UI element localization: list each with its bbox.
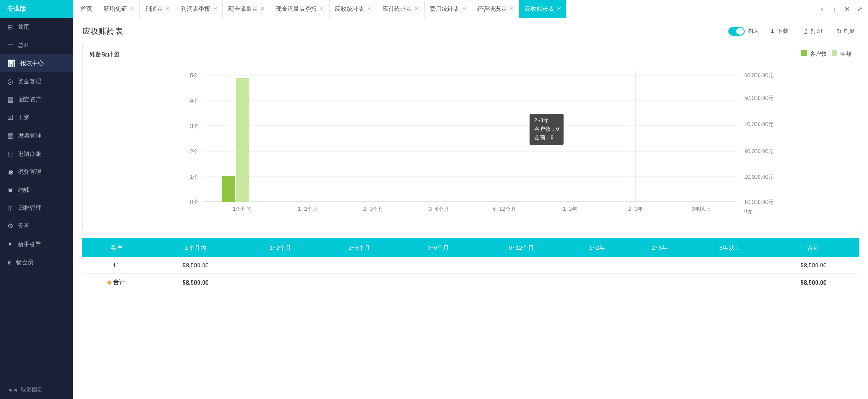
th-year23: 2~3年 <box>628 238 691 257</box>
reports-icon: 📊 <box>7 59 16 67</box>
unpin-label: 取消固定 <box>21 386 42 394</box>
cell-year3plus <box>691 257 768 274</box>
tab-scroll-right[interactable]: › <box>828 3 841 15</box>
tab-close-ap-stat[interactable]: ✕ <box>415 6 419 12</box>
legend-amount-dot <box>832 50 837 56</box>
tab-scroll-left[interactable]: ‹ <box>816 3 828 15</box>
sidebar-item-label: 总账 <box>18 41 29 49</box>
tab-bar: 首页 新增凭证 ✕ 利润表 ✕ 利润表季报 ✕ 现金流量表 ✕ 现金流量表季报 … <box>73 0 868 18</box>
tab-close-all[interactable]: ✕ <box>841 3 854 15</box>
sidebar-item-funds[interactable]: ◎ 资金管理 <box>0 72 73 90</box>
tab-profit-quarter[interactable]: 利润表季报 ✕ <box>175 0 223 18</box>
total-month12 <box>241 274 320 291</box>
sidebar-item-reports[interactable]: 📊 报表中心 <box>0 54 73 72</box>
svg-text:2~3个月: 2~3个月 <box>363 206 383 212</box>
tab-profit[interactable]: 利润表 ✕ <box>140 0 175 18</box>
cell-month612 <box>478 257 566 274</box>
archive-icon: ◫ <box>7 204 14 212</box>
main-content: 首页 新增凭证 ✕ 利润表 ✕ 利润表季报 ✕ 现金流量表 ✕ 现金流量表季报 … <box>73 0 868 399</box>
svg-text:3年以上: 3年以上 <box>692 206 711 212</box>
sidebar-item-salary[interactable]: ☑ 工资 <box>0 109 73 127</box>
total-month1: 58,500.00 <box>150 274 241 291</box>
sidebar-item-ledger[interactable]: ☰ 总账 <box>0 36 73 54</box>
tab-home[interactable]: 首页 <box>75 0 98 18</box>
page-content: 应收账龄表 图表 ⬇ 下载 🖨 打印 ↻ 刷新 <box>73 18 868 399</box>
svg-text:0个: 0个 <box>190 199 198 205</box>
sidebar-item-archive[interactable]: ◫ 归档管理 <box>0 199 73 217</box>
sidebar-item-invoice[interactable]: ▦ 发票管理 <box>0 127 73 145</box>
chart-svg-container: 5个 4个 3个 2个 1个 0个 60,000.00元 50,000.00元 … <box>90 64 851 223</box>
legend-customer-dot <box>801 50 807 56</box>
sidebar-item-close[interactable]: ▣ 结账 <box>0 181 73 199</box>
inventory-icon: ⊡ <box>7 150 13 158</box>
th-month36: 3~6个月 <box>399 238 478 257</box>
sidebar-item-assets[interactable]: ▤ 固定资产 <box>0 90 73 109</box>
tab-ar-aging[interactable]: 应收账龄表 ✕ <box>519 0 567 18</box>
chart-area: 账龄统计图 客户数 金额 5个 4个 3个 2个 1个 <box>82 43 859 231</box>
chart-toggle-label: 图表 <box>747 27 759 35</box>
tab-ar-stat[interactable]: 应收统计表 ✕ <box>330 0 377 18</box>
tab-close-ar-aging[interactable]: ✕ <box>557 6 561 12</box>
header-actions: 图表 ⬇ 下载 🖨 打印 ↻ 刷新 <box>728 25 859 37</box>
svg-text:0元: 0元 <box>744 208 753 214</box>
svg-text:2个: 2个 <box>190 148 198 155</box>
tab-close-expense[interactable]: ✕ <box>462 6 466 12</box>
tab-cashflow[interactable]: 现金流量表 ✕ <box>223 0 270 18</box>
sidebar-item-guide[interactable]: ✦ 新手引导 <box>0 235 73 253</box>
sidebar-item-inventory[interactable]: ⊡ 进销台账 <box>0 145 73 163</box>
sidebar-item-label: 报表中心 <box>20 59 44 67</box>
tab-close-cashflow-quarter[interactable]: ✕ <box>320 6 324 12</box>
chart-title: 账龄统计图 <box>90 50 851 58</box>
tab-close-profit-quarter[interactable]: ✕ <box>213 6 217 12</box>
funds-icon: ◎ <box>7 77 13 86</box>
refresh-button[interactable]: ↻ 刷新 <box>833 25 859 37</box>
svg-text:1~2年: 1~2年 <box>563 206 577 212</box>
sidebar-item-member[interactable]: V 畅会员 <box>0 253 73 271</box>
print-button[interactable]: 🖨 打印 <box>799 25 826 37</box>
tab-close-profit[interactable]: ✕ <box>165 6 170 12</box>
sidebar: 专业版 ⊞ 首页 ☰ 总账 📊 报表中心 ◎ 资金管理 ▤ 固定资产 ☑ 工资 … <box>0 0 73 399</box>
chart-toggle[interactable] <box>728 27 745 36</box>
svg-text:3~6个月: 3~6个月 <box>429 206 449 212</box>
page-title: 应收账龄表 <box>82 26 123 37</box>
tab-nav-buttons: ‹ › ✕ ⤢ <box>816 3 866 15</box>
sidebar-item-label: 归档管理 <box>18 204 42 212</box>
table-total-row: ◈ 合计 58,500.00 58,500.00 <box>82 274 859 291</box>
tab-expense[interactable]: 费用统计表 ✕ <box>425 0 472 18</box>
svg-text:2~3年: 2~3年 <box>628 206 643 212</box>
sidebar-item-tax[interactable]: ◉ 税务管理 <box>0 163 73 181</box>
svg-text:5个: 5个 <box>190 72 198 79</box>
total-year3plus <box>691 274 768 291</box>
salary-icon: ☑ <box>7 114 13 122</box>
ledger-icon: ☰ <box>7 41 13 49</box>
cell-month23 <box>320 257 399 274</box>
legend-amount: 金额 <box>832 50 851 58</box>
tab-close-voucher[interactable]: ✕ <box>130 6 134 12</box>
tab-close-ar-stat[interactable]: ✕ <box>367 6 371 12</box>
svg-text:20,000.00元: 20,000.00元 <box>744 174 774 180</box>
sidebar-logo: 专业版 <box>0 0 73 18</box>
sidebar-unpin[interactable]: ◄◄ 取消固定 <box>0 380 73 399</box>
tab-cashflow-quarter[interactable]: 现金流量表季报 ✕ <box>270 0 330 18</box>
th-month23: 2~3个月 <box>320 238 399 257</box>
total-year23 <box>628 274 691 291</box>
tab-biz-status[interactable]: 经营状况表 ✕ <box>472 0 519 18</box>
th-customer: 客户 <box>82 238 150 257</box>
sidebar-item-home[interactable]: ⊞ 首页 <box>0 18 73 36</box>
tab-close-cashflow[interactable]: ✕ <box>260 6 264 12</box>
tab-expand[interactable]: ⤢ <box>854 3 866 15</box>
tab-ap-stat[interactable]: 应付统计表 ✕ <box>377 0 425 18</box>
sidebar-item-settings[interactable]: ⚙ 设置 <box>0 217 73 235</box>
total-month23 <box>320 274 399 291</box>
table-row: 11 58,500.00 58,500.00 <box>82 257 859 274</box>
settings-icon: ⚙ <box>7 222 13 230</box>
tab-close-biz-status[interactable]: ✕ <box>509 6 514 12</box>
member-icon: V <box>7 259 11 266</box>
sidebar-item-label: 首页 <box>18 23 29 31</box>
tab-voucher[interactable]: 新增凭证 ✕ <box>98 0 140 18</box>
download-button[interactable]: ⬇ 下载 <box>766 25 792 37</box>
sidebar-item-label: 资金管理 <box>18 77 41 86</box>
sidebar-item-label: 新手引导 <box>18 240 41 248</box>
th-year12: 1~2年 <box>566 238 628 257</box>
svg-text:60,000.00元: 60,000.00元 <box>744 72 774 79</box>
